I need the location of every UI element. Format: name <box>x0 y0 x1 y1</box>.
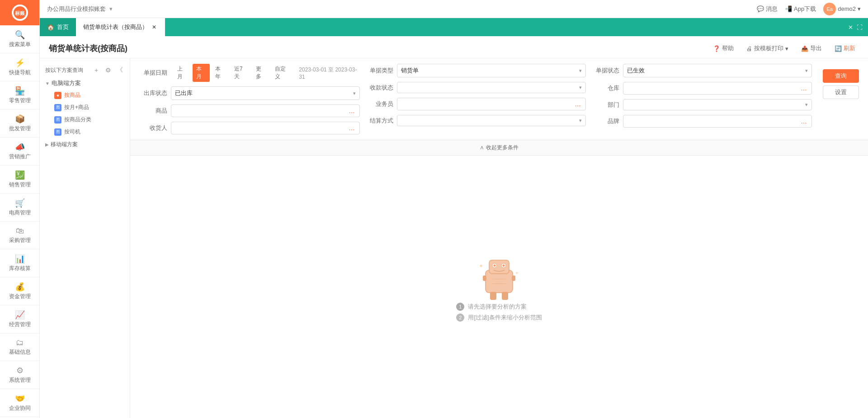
doc-type-select[interactable]: 销货单 ▾ <box>397 64 586 77</box>
pc-scheme-list: ● 按商品 图 按月+商品 图 按商品分类 图 按司机 <box>40 89 130 138</box>
brand-select[interactable]: … <box>623 115 812 128</box>
warehouse-more-btn[interactable]: … <box>801 85 808 92</box>
retail-icon: 🏪 <box>2 86 38 96</box>
more-btn[interactable]: 更多 <box>252 64 269 82</box>
sidebar-item-retail[interactable]: 🏪 零售管理 <box>0 81 39 109</box>
doc-type-label: 单据类型 <box>365 66 397 75</box>
brand-label: 品牌 <box>591 117 623 125</box>
scheme-by-category[interactable]: 图 按商品分类 <box>47 114 130 126</box>
print-dropdown-icon: ▾ <box>785 45 788 52</box>
industry-title: 办公用品行业模拟账套 <box>47 5 106 13</box>
recipient-more-btn[interactable]: … <box>349 124 356 132</box>
salesperson-select[interactable]: … <box>397 98 586 110</box>
collapse-conditions-bar[interactable]: ∧ 收起更多条件 <box>130 140 868 156</box>
logo-icon: 标账 <box>12 5 28 21</box>
sidebar-item-wholesale[interactable]: 📦 批发管理 <box>0 109 39 138</box>
svg-point-7 <box>503 265 505 267</box>
tab-close-btn[interactable]: ✕ <box>151 24 158 31</box>
this-month-btn[interactable]: 本月 <box>193 64 210 82</box>
export-btn[interactable]: 📤 导出 <box>797 43 826 54</box>
department-label: 部门 <box>591 101 623 109</box>
settings-scheme-btn[interactable]: ⚙ <box>104 66 113 75</box>
last7-btn[interactable]: 近7天 <box>231 64 250 82</box>
ecommerce-icon: 🛒 <box>2 198 38 208</box>
logo-area: 标账 <box>0 0 39 25</box>
download-icon: 📲 <box>785 5 792 12</box>
home-icon: 🏠 <box>47 24 54 31</box>
collection-status-select[interactable]: ▾ <box>397 82 586 93</box>
last-month-btn[interactable]: 上月 <box>174 64 191 82</box>
sidebar: 标账 🔍 搜索菜单 ⚡ 快捷导航 🏪 零售管理 📦 批发管理 📣 营销推广 💹 … <box>0 0 40 418</box>
sidebar-item-basic[interactable]: 🗂 基础信息 <box>0 333 39 361</box>
filter-panel-header: 按以下方案查询 + ⚙ 《 <box>40 63 130 77</box>
mobile-scheme-group[interactable]: ▶ 移动端方案 <box>40 138 130 151</box>
date-range-text: 2023-03-01 至 2023-03-31 <box>299 66 360 80</box>
message-btn[interactable]: 💬 消息 <box>757 5 778 13</box>
date-label: 单据日期 <box>139 69 171 77</box>
sidebar-item-search[interactable]: 🔍 搜索菜单 <box>0 25 39 53</box>
product-select[interactable]: … <box>171 104 360 117</box>
this-year-btn[interactable]: 本年 <box>212 64 229 82</box>
sidebar-item-inventory[interactable]: 📊 库存核算 <box>0 249 39 277</box>
sidebar-item-marketing[interactable]: 📣 营销推广 <box>0 138 39 166</box>
pc-scheme-group[interactable]: ▼ 电脑端方案 <box>40 77 130 89</box>
scheme-icon-month: 图 <box>54 104 61 111</box>
sidebar-item-purchase[interactable]: 🛍 采购管理 <box>0 222 39 249</box>
exit-status-select[interactable]: 已出库 ▾ <box>171 86 360 100</box>
setup-button[interactable]: 设置 <box>823 86 859 99</box>
export-icon: 📤 <box>801 45 808 52</box>
quick-nav-icon: ⚡ <box>2 58 38 68</box>
warehouse-select[interactable]: … <box>623 82 812 95</box>
sidebar-item-ecommerce[interactable]: 🛒 电商管理 <box>0 194 39 222</box>
right-area: 单据日期 上月 本月 本年 近7天 更多 自定义 <box>130 58 868 418</box>
close-window-icon[interactable]: ✕ <box>848 24 853 31</box>
main-content: 办公用品行业模拟账套 ▾ 💬 消息 📲 App下载 Ea demo2 ▾ � <box>40 0 868 418</box>
finance-icon: 💰 <box>2 282 38 292</box>
scheme-by-month-product[interactable]: 图 按月+商品 <box>47 101 130 114</box>
inventory-icon: 📊 <box>2 254 38 264</box>
settlement-select[interactable]: ▾ <box>397 115 586 126</box>
exit-status-row: 出库状态 已出库 ▾ <box>139 86 360 100</box>
department-select[interactable]: ▾ <box>623 99 812 110</box>
doc-status-label: 单据状态 <box>591 66 623 75</box>
sidebar-item-operations[interactable]: 📈 经营管理 <box>0 305 39 333</box>
expand-icon[interactable]: ▾ <box>109 5 113 12</box>
settlement-label: 结算方式 <box>365 117 397 125</box>
collection-status-label: 收款状态 <box>365 84 397 92</box>
user-menu[interactable]: Ea demo2 ▾ <box>823 3 861 15</box>
app-download-btn[interactable]: 📲 App下载 <box>785 5 816 13</box>
recipient-select[interactable]: … <box>171 122 360 134</box>
maximize-icon[interactable]: ⛶ <box>857 24 863 31</box>
help-btn[interactable]: ❓ 帮助 <box>709 43 737 54</box>
scheme-by-product[interactable]: ● 按商品 <box>47 89 130 101</box>
sidebar-item-sales[interactable]: 💹 销售管理 <box>0 166 39 194</box>
query-button[interactable]: 查询 <box>823 69 859 83</box>
doc-status-select[interactable]: 已生效 ▾ <box>623 64 812 77</box>
scheme-icon-category: 图 <box>54 116 61 124</box>
collection-status-row: 收款状态 ▾ <box>365 82 586 93</box>
tab-bar: 🏠 首页 销货单统计表（按商品） ✕ ✕ ⛶ <box>40 18 868 36</box>
template-print-btn[interactable]: 🖨 按模板打印 ▾ <box>743 43 792 54</box>
custom-btn[interactable]: 自定义 <box>271 64 293 82</box>
product-more-btn[interactable]: … <box>349 107 356 114</box>
salesperson-more-btn[interactable]: … <box>575 100 582 108</box>
recipient-label: 收货人 <box>139 124 171 132</box>
doc-type-arrow: ▾ <box>579 68 582 74</box>
sidebar-item-finance[interactable]: 💰 资金管理 <box>0 277 39 305</box>
avatar: Ea <box>823 3 836 15</box>
user-dropdown-icon: ▾ <box>858 5 861 12</box>
svg-point-6 <box>494 265 496 267</box>
add-scheme-btn[interactable]: + <box>92 66 101 75</box>
collapse-panel-btn[interactable]: 《 <box>115 66 124 75</box>
scheme-icon-printer: 图 <box>54 128 61 136</box>
scheme-by-printer[interactable]: 图 按司机 <box>47 126 130 138</box>
sidebar-item-enterprise[interactable]: 🤝 企业协同 <box>0 389 39 417</box>
tab-sales-stats[interactable]: 销货单统计表（按商品） ✕ <box>76 18 165 36</box>
refresh-btn[interactable]: 🔄 刷新 <box>831 43 859 54</box>
sidebar-item-system[interactable]: ⚙ 系统管理 <box>0 361 39 389</box>
svg-rect-9 <box>512 276 515 281</box>
brand-more-btn[interactable]: … <box>801 118 808 125</box>
svg-rect-11 <box>502 292 508 300</box>
tab-home[interactable]: 🏠 首页 <box>40 18 76 36</box>
sidebar-item-quick-nav[interactable]: ⚡ 快捷导航 <box>0 53 39 81</box>
